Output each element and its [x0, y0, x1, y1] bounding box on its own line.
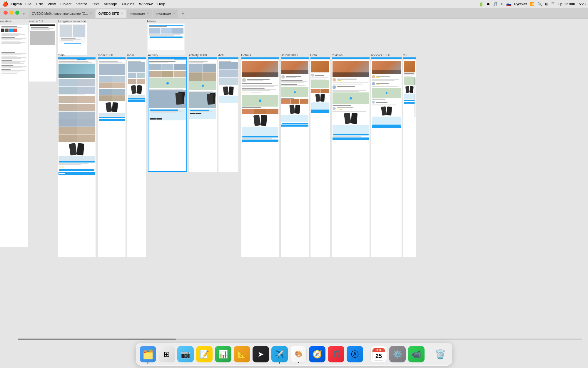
- tab-label: инстаграм: [130, 12, 145, 15]
- dock-music[interactable]: 🎵: [328, 346, 344, 362]
- dock-facetime[interactable]: 📹: [408, 346, 425, 362]
- menubar-right: 🔋 ⏺ 🎵 ✦ 🇷🇺 Русская 📶 🔍 ⊞ ☰ Ср, 12 янв. 1…: [479, 2, 586, 6]
- dock-notes[interactable]: 📝: [196, 346, 213, 362]
- menu-help[interactable]: Help: [155, 1, 168, 7]
- reviews1000-frame: ★★★★★ ★★★★☆: [371, 57, 402, 257]
- horizontal-scrollbar[interactable]: [18, 339, 582, 340]
- dock-systemprefs[interactable]: ⚙️: [389, 346, 406, 362]
- menu-arrange[interactable]: Arrange: [101, 1, 119, 7]
- tab-close-icon[interactable]: ✕: [121, 12, 123, 15]
- dock-separator-2: [428, 348, 428, 360]
- menu-file[interactable]: File: [23, 1, 34, 7]
- tab-label: QVEDO Мобильное приложение (С...: [32, 12, 88, 15]
- app-name[interactable]: Figma: [11, 2, 22, 6]
- main1000-label: main 1000: [98, 53, 113, 57]
- tab-close-icon[interactable]: ✕: [173, 12, 175, 15]
- window-controls: [4, 11, 19, 15]
- tab-close-icon[interactable]: ✕: [90, 12, 92, 15]
- main-frame: ★★★★★: [58, 57, 96, 257]
- language-name: Русская: [514, 2, 527, 6]
- details1000-frame: [280, 57, 309, 257]
- acti-frame: [218, 57, 239, 172]
- dock-finder[interactable]: 🗂️: [140, 346, 156, 362]
- activity-frame: [148, 57, 187, 172]
- tab-label: QWEDO SITE: [98, 12, 119, 15]
- acti-label: Acti...: [218, 53, 226, 57]
- dock-arrow-app[interactable]: ➤: [253, 346, 269, 362]
- maindots-label: main...: [127, 53, 137, 57]
- details-label: Details: [241, 53, 251, 57]
- search-icon[interactable]: 🔍: [537, 2, 542, 6]
- language-frame: [58, 23, 87, 55]
- tabbar: ⌂ QVEDO Мобильное приложение (С... ✕ QWE…: [0, 8, 588, 19]
- tab-instagram2[interactable]: инстаграм ✕: [153, 9, 178, 18]
- minimize-button[interactable]: [9, 11, 14, 15]
- reviews1000-label: reviews 1000: [371, 53, 390, 57]
- control-center-icon[interactable]: ⊞: [545, 2, 548, 6]
- tab-instagram1[interactable]: инстаграм ✕: [127, 9, 152, 18]
- menu-vector[interactable]: Vector: [74, 1, 89, 7]
- dock-safari[interactable]: 🧭: [309, 346, 325, 362]
- masters-frame: [0, 23, 28, 247]
- recording-icon: ⏺: [487, 2, 490, 6]
- dock-calendar[interactable]: ЯНВ 25: [370, 346, 387, 362]
- reviews-label: reviews: [332, 53, 343, 57]
- new-tab-button[interactable]: +: [180, 11, 186, 16]
- tab-close-icon[interactable]: ✕: [147, 12, 149, 15]
- masters-label: masters: [0, 19, 11, 23]
- dock: 🗂️ ⊞ 📷 📝 📊 📐 ➤ ✈️ 🎨 🧭 🎵 Ⓐ: [136, 343, 452, 366]
- menu-object[interactable]: Object: [58, 1, 74, 7]
- filters-frame: [147, 23, 185, 55]
- menubar: 🍎 Figma File Edit View Object Vector Tex…: [0, 0, 588, 8]
- dock-separator: [367, 348, 367, 360]
- tab-qvedo[interactable]: QVEDO Мобильное приложение (С... ✕: [29, 9, 95, 18]
- dock-appstore[interactable]: Ⓐ: [347, 346, 363, 362]
- wifi-icon: 📶: [530, 2, 534, 6]
- tab-label: инстаграм: [156, 12, 171, 15]
- details-frame: ★★★★☆: [241, 57, 279, 257]
- maximize-button[interactable]: [15, 11, 19, 15]
- deta-frame: [310, 57, 330, 257]
- language-flag: 🇷🇺: [506, 2, 511, 6]
- dock-figma[interactable]: 🎨: [290, 346, 307, 362]
- menu-edit[interactable]: Edit: [34, 1, 45, 7]
- rev-label: rev...: [403, 53, 410, 57]
- close-button[interactable]: [4, 11, 8, 15]
- main-label: main: [58, 53, 65, 57]
- dock-screenshot[interactable]: 📷: [177, 346, 194, 362]
- rev-frame: [403, 57, 416, 257]
- language-label: Language selection: [58, 19, 86, 23]
- figma-canvas[interactable]: masters Frame 13: [0, 19, 588, 342]
- dock-launchpad[interactable]: ⊞: [158, 346, 175, 362]
- apple-menu[interactable]: 🍎: [2, 1, 8, 7]
- datetime: Ср, 12 янв. 15:23: [558, 2, 586, 6]
- tab-qwedo[interactable]: QWEDO SITE ✕: [96, 9, 126, 18]
- bluetooth-icon: ✦: [500, 2, 503, 6]
- home-button[interactable]: ⌂: [21, 11, 27, 16]
- battery-icon: 🔋: [479, 2, 484, 6]
- music-control-icon: 🎵: [493, 2, 497, 6]
- activity1000-frame: [188, 57, 217, 172]
- menu-plugins[interactable]: Plugins: [119, 1, 137, 7]
- dock-numbers[interactable]: 📊: [215, 346, 231, 362]
- menu-text[interactable]: Text: [89, 1, 101, 7]
- menu-window[interactable]: Window: [137, 1, 155, 7]
- activity-label: Activity: [148, 53, 158, 57]
- frame13-label: Frame 13: [29, 19, 43, 23]
- maindots-frame: [127, 57, 146, 257]
- deta-label: Deta...: [310, 53, 320, 57]
- notification-icon[interactable]: ☰: [551, 2, 555, 6]
- filters-label: Filters: [147, 19, 156, 23]
- reviews-frame: ★★★★★ ★★★★☆ ★★★★★: [332, 57, 370, 257]
- dock-keynote[interactable]: 📐: [234, 346, 250, 362]
- menu-view[interactable]: View: [45, 1, 58, 7]
- main1000-frame: [98, 57, 126, 257]
- dock-trash[interactable]: 🗑️: [432, 346, 448, 362]
- dock-telegram[interactable]: ✈️: [271, 346, 288, 362]
- activity1000-label: Activity 1000: [188, 53, 207, 57]
- details1000-label: Details1000: [280, 53, 298, 57]
- frame13-frame: [29, 23, 57, 82]
